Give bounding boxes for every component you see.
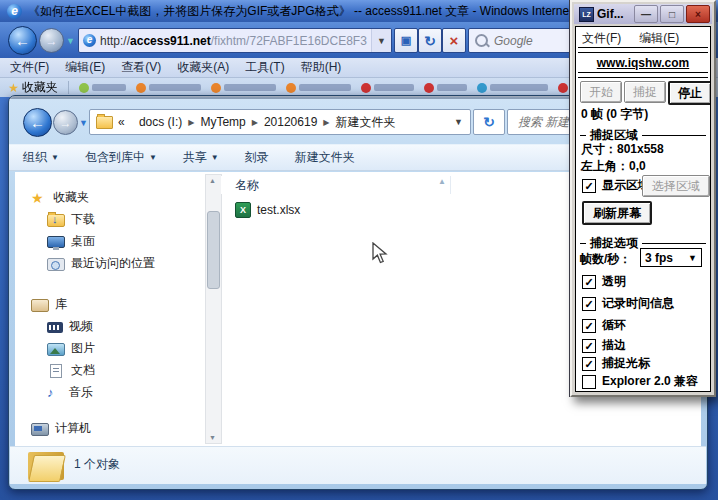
menu-help[interactable]: 帮助(H) bbox=[301, 59, 342, 76]
sidebar-item-videos[interactable]: 视频 bbox=[47, 318, 93, 335]
scroll-down-icon[interactable]: ▼ bbox=[206, 434, 219, 441]
gif-content: 文件(F) 编辑(E) www.iqshw.com 开始 捕捉 停止 0 帧 (… bbox=[575, 26, 711, 392]
breadcrumb-item-date[interactable]: 20120619 bbox=[264, 115, 317, 129]
explorer-back-button[interactable]: ← bbox=[23, 108, 52, 137]
favorites-bar-item[interactable] bbox=[211, 83, 276, 93]
favorites-bar-item[interactable] bbox=[361, 83, 414, 93]
sidebar-item-pictures[interactable]: 图片 bbox=[47, 340, 95, 357]
menu-tools[interactable]: 工具(T) bbox=[245, 59, 284, 76]
start-button[interactable]: 开始 bbox=[580, 81, 622, 103]
favorites-bar-item[interactable] bbox=[286, 83, 351, 93]
chevron-right-icon: ▶ bbox=[188, 118, 194, 127]
music-icon: ♪ bbox=[47, 386, 63, 400]
checkbox-icon[interactable]: ✓ bbox=[582, 179, 596, 193]
favorites-bar-item[interactable] bbox=[424, 83, 467, 93]
sidebar-item-music[interactable]: ♪音乐 bbox=[47, 384, 93, 401]
folder-icon bbox=[28, 452, 64, 480]
checkbox-icon[interactable]: ✓ bbox=[582, 339, 596, 353]
capture-cursor-checkbox[interactable]: ✓捕捉光标 bbox=[582, 355, 650, 372]
close-button[interactable]: × bbox=[686, 5, 710, 23]
sidebar-scrollbar[interactable]: ▲ ▼ bbox=[205, 174, 222, 444]
maximize-button[interactable]: □ bbox=[660, 5, 684, 23]
explorer-forward-button[interactable]: → bbox=[53, 110, 78, 135]
sidebar-item-documents[interactable]: 文档 bbox=[47, 362, 95, 379]
ie-refresh-button[interactable]: ↻ bbox=[418, 28, 442, 53]
gif-menu-file[interactable]: 文件(F) bbox=[582, 30, 621, 47]
outline-checkbox[interactable]: ✓描边 bbox=[582, 337, 626, 354]
breadcrumb-overflow[interactable]: « bbox=[118, 115, 125, 129]
ie-search-box[interactable] bbox=[468, 28, 578, 53]
favorites-button[interactable]: ★收藏夹 bbox=[8, 79, 58, 96]
scroll-up-icon[interactable]: ▲ bbox=[206, 177, 219, 184]
favorites-bar-item[interactable] bbox=[136, 83, 201, 93]
file-item-test-xlsx[interactable]: X test.xlsx bbox=[235, 202, 300, 218]
gif-app-icon: LZ bbox=[579, 7, 594, 22]
new-folder-button[interactable]: 新建文件夹 bbox=[295, 149, 355, 166]
scrollbar-thumb[interactable] bbox=[207, 211, 220, 289]
fps-select[interactable]: 3 fps▼ bbox=[640, 248, 702, 267]
favorites-bar-item[interactable] bbox=[79, 83, 126, 93]
timestamp-checkbox[interactable]: ✓记录时间信息 bbox=[582, 295, 674, 312]
loop-checkbox[interactable]: ✓循环 bbox=[582, 317, 626, 334]
ie-window-title: 《如何在EXCEL中截图，并将图片保存为GIF或者JPG格式》 -- acces… bbox=[28, 3, 621, 20]
checkbox-icon[interactable]: ✓ bbox=[582, 357, 596, 371]
breadcrumb-item-newfolder[interactable]: 新建文件夹 bbox=[335, 114, 395, 131]
breadcrumb[interactable]: « docs (I:) ▶ MyTemp ▶ 20120619 ▶ 新建文件夹 … bbox=[89, 109, 471, 135]
explorer-refresh-button[interactable]: ↻ bbox=[473, 109, 505, 135]
organize-button[interactable]: 组织▼ bbox=[23, 149, 59, 166]
ie-search-input[interactable] bbox=[492, 33, 566, 49]
stop-button[interactable]: 停止 bbox=[668, 81, 711, 105]
favorites-bar-item[interactable] bbox=[477, 83, 548, 93]
mouse-cursor bbox=[372, 242, 390, 269]
menu-favorites[interactable]: 收藏夹(A) bbox=[177, 59, 229, 76]
select-region-button[interactable]: 选择区域 bbox=[642, 175, 710, 197]
ie-back-button[interactable]: ← bbox=[8, 26, 37, 55]
sidebar-item-computer[interactable]: 计算机 bbox=[31, 420, 91, 437]
column-header-name[interactable]: 名称 ▲ bbox=[221, 176, 451, 194]
gif-menu-edit[interactable]: 编辑(E) bbox=[639, 30, 679, 47]
checkbox-icon[interactable] bbox=[582, 375, 596, 389]
frames-status: 0 帧 (0 字节) bbox=[581, 106, 648, 123]
sidebar-item-downloads[interactable]: 下载 bbox=[47, 211, 95, 228]
explorer2-checkbox[interactable]: Explorer 2.0 兼容 bbox=[582, 373, 698, 390]
sidebar-item-recent-places[interactable]: 最近访问的位置 bbox=[47, 255, 155, 272]
ie-history-dropdown-icon[interactable]: ▼ bbox=[66, 36, 75, 46]
refresh-screen-button[interactable]: 刷新屏幕 bbox=[582, 201, 652, 225]
ie-address-bar[interactable]: e http://access911.net/fixhtm/72FABF1E16… bbox=[78, 28, 392, 53]
url-path: /fixhtm/72FABF1E16DCE8F3 bbox=[211, 34, 367, 48]
transparent-checkbox[interactable]: ✓透明 bbox=[582, 273, 626, 290]
breadcrumb-item-mytemp[interactable]: MyTemp bbox=[200, 115, 245, 129]
show-region-checkbox[interactable]: ✓ 显示区域 bbox=[582, 177, 650, 194]
divider bbox=[578, 72, 708, 78]
ie-logo-icon: e bbox=[7, 4, 22, 19]
pictures-icon bbox=[47, 343, 65, 356]
menu-edit[interactable]: 编辑(E) bbox=[65, 59, 105, 76]
share-button[interactable]: 共享▼ bbox=[183, 149, 219, 166]
checkbox-icon[interactable]: ✓ bbox=[582, 275, 596, 289]
website-link[interactable]: www.iqshw.com bbox=[576, 56, 710, 70]
ie-forward-button[interactable]: → bbox=[39, 28, 64, 53]
favicon bbox=[424, 83, 434, 93]
ie-stop-button[interactable]: × bbox=[442, 28, 466, 53]
explorer-history-dropdown-icon[interactable]: ▼ bbox=[79, 118, 88, 128]
checkbox-icon[interactable]: ✓ bbox=[582, 319, 596, 333]
breadcrumb-dropdown-icon[interactable]: ▼ bbox=[454, 117, 470, 127]
sidebar-item-desktop[interactable]: 桌面 bbox=[47, 233, 95, 250]
sidebar-item-local-disk-c[interactable]: 本地磁盘 (C:) bbox=[47, 442, 142, 444]
burn-button[interactable]: 刻录 bbox=[245, 149, 269, 166]
capture-button[interactable]: 捕捉 bbox=[624, 81, 666, 103]
sidebar-item-favorites[interactable]: ★收藏夹 bbox=[31, 189, 89, 206]
breadcrumb-item-docs[interactable]: docs (I:) bbox=[139, 115, 182, 129]
scale-select[interactable]: 100%▼ bbox=[642, 391, 702, 392]
minimize-button[interactable]: — bbox=[634, 5, 658, 23]
favicon bbox=[79, 83, 89, 93]
sidebar-item-libraries[interactable]: 库 bbox=[31, 296, 67, 313]
menu-file[interactable]: 文件(F) bbox=[10, 59, 49, 76]
include-in-library-button[interactable]: 包含到库中▼ bbox=[85, 149, 157, 166]
gif-titlebar: LZ Gif... — □ × bbox=[574, 4, 712, 24]
videos-icon bbox=[47, 322, 63, 333]
ie-go-button[interactable]: ▣ bbox=[394, 28, 418, 53]
menu-view[interactable]: 查看(V) bbox=[121, 59, 161, 76]
address-dropdown-icon[interactable]: ▼ bbox=[371, 29, 391, 52]
checkbox-icon[interactable]: ✓ bbox=[582, 297, 596, 311]
